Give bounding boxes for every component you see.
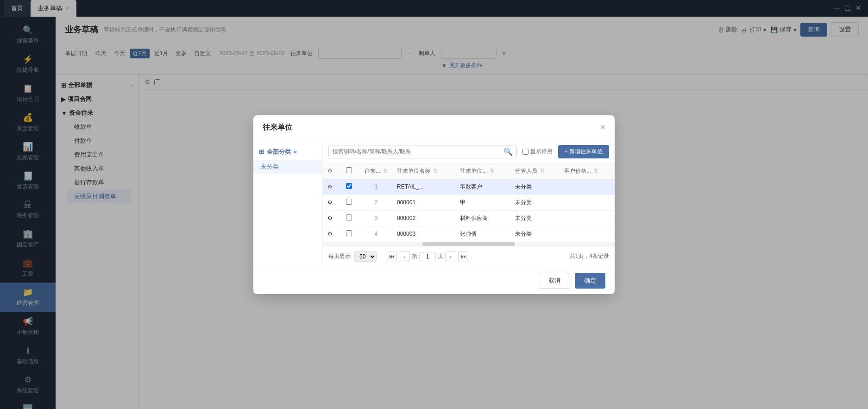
dialog-pagination: 每页显示 50 ⏮ ‹ 第 页 › ⏭ 共1页，4条记录 xyxy=(323,246,615,267)
row1-select[interactable] xyxy=(346,183,352,189)
col-category-sort-icon[interactable]: ⇅ xyxy=(490,168,494,174)
row1-code: RETAIL_... xyxy=(392,179,455,195)
row3-num: 3 xyxy=(360,210,392,226)
unit-dialog: 往来单位 × ⊞ 全部分类 « 未分类 xyxy=(253,115,615,294)
search-box: 🔍 xyxy=(328,145,517,158)
scroll-thumb xyxy=(422,242,515,246)
cancel-button[interactable]: 取消 xyxy=(539,273,570,289)
row4-num: 4 xyxy=(360,226,392,242)
category-item-unclassified[interactable]: 未分类 xyxy=(253,160,322,174)
col-manager-sort-icon[interactable]: ⇅ xyxy=(540,168,545,174)
search-icon[interactable]: 🔍 xyxy=(503,147,513,156)
dialog-overlay: 往来单位 × ⊞ 全部分类 « 未分类 xyxy=(0,0,868,409)
col-actions-icon: ⚙ xyxy=(327,168,333,174)
show-disabled-label: 显示停用 xyxy=(530,148,553,156)
row3-category: 未分类 xyxy=(510,210,560,226)
row3-actions: ⚙ xyxy=(323,210,341,226)
row1-category: 未分类 xyxy=(510,179,560,195)
col-name-header: 往来单位名称 ⇅ xyxy=(392,164,455,179)
page-nav: ⏮ ‹ 第 页 › ⏭ xyxy=(386,251,469,262)
row2-num: 2 xyxy=(360,195,392,210)
horizontal-scroll xyxy=(323,242,615,246)
category-header: ⊞ 全部分类 « xyxy=(253,144,322,160)
row2-name: 甲 xyxy=(455,195,510,210)
row4-action-icon: ⚙ xyxy=(327,231,333,237)
row3-select[interactable] xyxy=(346,214,352,220)
row4-name: 张帅傅 xyxy=(455,226,510,242)
table-row[interactable]: ⚙ 1 RETAIL_... 零散客户 未分类 xyxy=(323,179,615,195)
row2-category: 未分类 xyxy=(510,195,560,210)
row2-manager xyxy=(560,195,615,210)
row3-name: 材料供应商 xyxy=(455,210,510,226)
table-row[interactable]: ⚙ 4 000003 张帅傅 未分类 xyxy=(323,226,615,242)
row1-action-icon: ⚙ xyxy=(327,183,333,190)
row1-num: 1 xyxy=(360,179,392,195)
dialog-header: 往来单位 × xyxy=(253,115,615,140)
page-label: 页 xyxy=(438,252,443,260)
row4-actions: ⚙ xyxy=(323,226,341,242)
page-total: 共1页，4条记录 xyxy=(570,252,609,260)
category-grid-icon: ⊞ xyxy=(259,148,264,155)
next-page-btn[interactable]: › xyxy=(445,251,456,262)
dialog-footer: 取消 确定 xyxy=(253,267,615,294)
first-page-btn[interactable]: ⏮ xyxy=(386,251,397,262)
row2-code: 000001 xyxy=(392,195,455,210)
row3-checkbox xyxy=(341,210,360,226)
row2-action-icon: ⚙ xyxy=(327,199,333,206)
dialog-toolbar: 🔍 显示停用 + 新增往来单位 xyxy=(323,140,615,164)
dialog-right-panel: 🔍 显示停用 + 新增往来单位 ⚙ xyxy=(323,140,615,267)
row1-actions: ⚙ xyxy=(323,179,341,195)
table-row[interactable]: ⚙ 2 000001 甲 未分类 xyxy=(323,195,615,210)
dialog-body: ⊞ 全部分类 « 未分类 🔍 显示停用 xyxy=(253,140,615,267)
row4-code: 000003 xyxy=(392,226,455,242)
row1-name: 零散客户 xyxy=(455,179,510,195)
col-category-header: 往来单位... ⇅ xyxy=(455,164,510,179)
category-toggle-icon[interactable]: « xyxy=(294,148,297,155)
dialog-title: 往来单位 xyxy=(263,123,292,132)
row1-checkbox xyxy=(341,179,360,195)
show-disabled-checkbox[interactable] xyxy=(522,149,528,155)
col-actions-header: ⚙ xyxy=(323,164,341,179)
show-disabled-option: 显示停用 xyxy=(522,148,553,156)
col-price-header: 客户价格... ⇅ xyxy=(560,164,615,179)
current-page-input[interactable] xyxy=(419,252,436,261)
dialog-table: ⚙ 往来... ⇅ xyxy=(323,164,615,246)
row4-checkbox xyxy=(341,226,360,242)
page-label-di: 第 xyxy=(412,252,417,260)
row2-checkbox xyxy=(341,195,360,210)
row4-category: 未分类 xyxy=(510,226,560,242)
last-page-btn[interactable]: ⏭ xyxy=(458,251,469,262)
col-checkbox-header xyxy=(341,164,360,179)
page-size-label: 每页显示 xyxy=(328,252,351,260)
units-table: ⚙ 往来... ⇅ xyxy=(323,164,615,242)
row4-select[interactable] xyxy=(346,230,352,236)
col-name-sort-icon[interactable]: ⇅ xyxy=(433,168,438,174)
row1-manager xyxy=(560,179,615,195)
search-input[interactable] xyxy=(333,148,501,155)
page-size-select[interactable]: 50 xyxy=(354,252,377,262)
dialog-left-panel: ⊞ 全部分类 « 未分类 xyxy=(253,140,323,267)
dialog-close-button[interactable]: × xyxy=(600,123,605,132)
col-code-sort-icon[interactable]: ⇅ xyxy=(383,168,388,174)
col-code-header: 往来... ⇅ xyxy=(360,164,392,179)
row4-manager xyxy=(560,226,615,242)
table-select-all[interactable] xyxy=(346,167,352,173)
row3-code: 000002 xyxy=(392,210,455,226)
table-row[interactable]: ⚙ 3 000002 材料供应商 未分类 xyxy=(323,210,615,226)
col-price-sort-icon[interactable]: ⇅ xyxy=(594,168,598,174)
row3-action-icon: ⚙ xyxy=(327,215,333,221)
add-unit-button[interactable]: + 新增往来单位 xyxy=(558,145,609,158)
confirm-button[interactable]: 确定 xyxy=(575,273,605,289)
category-label: 全部分类 xyxy=(267,148,291,156)
row2-actions: ⚙ xyxy=(323,195,341,210)
table-header-row: ⚙ 往来... ⇅ xyxy=(323,164,615,179)
prev-page-btn[interactable]: ‹ xyxy=(399,251,410,262)
col-manager-header: 分管人员 ⇅ xyxy=(510,164,560,179)
row2-select[interactable] xyxy=(346,199,352,205)
row3-manager xyxy=(560,210,615,226)
